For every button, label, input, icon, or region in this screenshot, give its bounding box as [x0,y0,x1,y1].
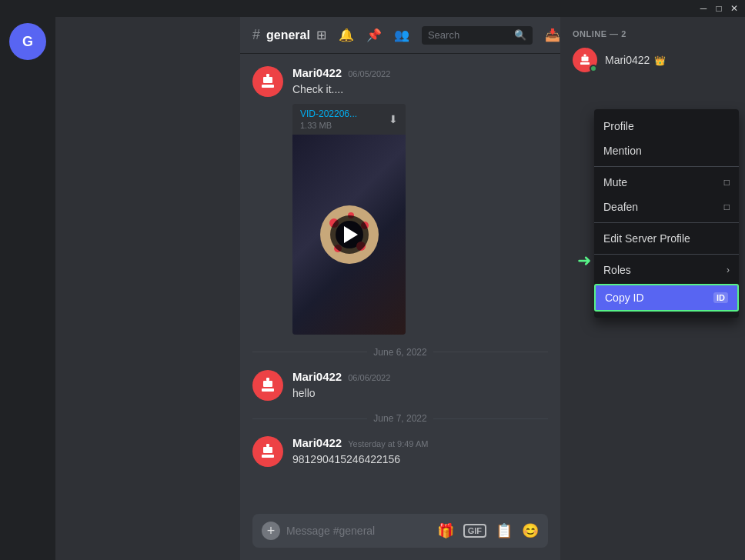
svg-rect-13 [263,447,272,453]
messages-area: Mari0422 06/05/2022 Check it.... VID-202… [240,54,560,514]
context-menu-copy-id[interactable]: Copy ID ID [594,284,739,312]
svg-rect-16 [582,57,589,62]
context-menu-separator [594,166,739,167]
message-author: Mari0422 [292,66,342,79]
copy-id-badge: ID [713,292,728,303]
member-section-title: ONLINE — 2 [566,29,739,38]
input-icons: 🎁 GIF 📋 😊 [437,522,539,539]
context-menu-separator [594,222,739,223]
date-divider-2: June 7, 2022 [252,413,548,424]
video-size: 1.33 MB [300,121,357,130]
context-menu-mute[interactable]: Mute □ [594,170,739,195]
add-attachment-button[interactable]: + [262,522,280,540]
message-text: hello [292,386,548,402]
divider-line [433,352,548,352]
app-layout: G # general ⊞ 🔔 📌 👥 Search 🔍 📥 ? [0,17,745,560]
message-group: Mari0422 06/06/2022 hello [252,370,548,402]
channel-header: # general ⊞ 🔔 📌 👥 Search 🔍 📥 ? [240,17,560,54]
checkbox-icon: □ [724,202,730,212]
checkbox-icon: □ [724,177,730,188]
channel-name: general [266,28,310,42]
date-divider-text: June 6, 2022 [373,347,426,358]
svg-rect-10 [263,381,272,387]
video-thumbnail[interactable] [292,135,406,335]
close-button[interactable]: ✕ [730,4,739,13]
message-timestamp: Yesterday at 9:49 AM [348,439,428,448]
message-input-field[interactable]: Message #general [286,525,431,537]
avatar [252,66,283,97]
message-timestamp: 06/06/2022 [348,373,390,382]
message-text: 981290415246422156 [292,452,548,468]
message-timestamp: 06/05/2022 [348,69,390,78]
main-content: # general ⊞ 🔔 📌 👥 Search 🔍 📥 ? [240,17,560,560]
video-header: VID-202206... 1.33 MB ⬇ [292,104,406,135]
channel-sidebar [55,17,240,560]
server-sidebar: G [0,17,55,560]
message-content: Mari0422 Yesterday at 9:49 AM 9812904152… [292,436,548,468]
server-icon[interactable]: G [9,23,46,60]
download-icon[interactable]: ⬇ [389,113,398,125]
online-status-dot [590,65,597,72]
search-placeholder: Search [428,29,459,41]
context-menu-mention[interactable]: Mention [594,138,739,163]
video-title[interactable]: VID-202206... [300,108,357,119]
message-group: Mari0422 06/05/2022 Check it.... VID-202… [252,66,548,335]
svg-rect-2 [266,74,269,77]
message-content: Mari0422 06/05/2022 Check it.... VID-202… [292,66,548,335]
date-divider-1: June 6, 2022 [252,347,548,358]
context-menu-edit-server-profile[interactable]: Edit Server Profile [594,226,739,251]
video-attachment: VID-202206... 1.33 MB ⬇ [292,104,406,335]
member-avatar [573,48,597,72]
members-icon[interactable]: 👥 [394,28,409,42]
header-icons: ⊞ 🔔 📌 👥 Search 🔍 📥 ? [316,26,560,45]
context-menu-separator [594,254,739,255]
message-text: Check it.... [292,82,548,98]
context-menu-roles[interactable]: Roles › [594,258,739,282]
divider-line [252,418,367,419]
context-menu: Profile Mention Mute □ Deafen □ Edit Ser… [594,109,739,318]
play-button[interactable] [330,215,369,254]
search-box[interactable]: Search 🔍 [422,26,533,45]
message-header: Mari0422 06/06/2022 [292,370,548,383]
arrow-indicator: ➜ [577,251,591,271]
svg-rect-17 [580,62,590,65]
message-header: Mari0422 06/05/2022 [292,66,548,79]
context-menu-profile[interactable]: Profile [594,114,739,138]
divider-line [252,352,367,352]
sticker-icon[interactable]: 📋 [496,522,513,539]
channel-hash-icon: # [252,27,260,43]
message-content: Mari0422 06/06/2022 hello [292,370,548,402]
message-group: Mari0422 Yesterday at 9:49 AM 9812904152… [252,436,548,468]
context-menu-deafen[interactable]: Deafen □ [594,195,739,219]
message-header: Mari0422 Yesterday at 9:49 AM [292,436,548,449]
search-icon: 🔍 [514,29,526,41]
message-author: Mari0422 [292,436,342,449]
pin-icon[interactable]: 📌 [366,28,382,42]
date-divider-text: June 7, 2022 [373,413,426,424]
title-bar: ─ □ ✕ [0,0,745,17]
divider-line [433,418,548,419]
member-item[interactable]: Mari0422 👑 [566,45,739,75]
avatar [252,370,283,401]
bell-icon[interactable]: 🔔 [339,28,354,42]
maximize-button[interactable]: □ [714,4,723,13]
svg-rect-11 [262,388,274,392]
avatar [252,436,283,467]
minimize-button[interactable]: ─ [699,4,708,13]
inbox-icon[interactable]: 📥 [545,28,560,42]
svg-rect-0 [263,77,272,83]
gif-button[interactable]: GIF [463,524,486,538]
message-input-area: + Message #general 🎁 GIF 📋 😊 [240,514,560,560]
svg-rect-14 [262,455,274,458]
hashtag-icon[interactable]: ⊞ [316,28,326,42]
submenu-arrow-icon: › [727,265,730,275]
svg-rect-12 [266,378,269,381]
svg-rect-18 [584,55,586,57]
svg-rect-1 [262,85,274,88]
member-name: Mari0422 👑 [605,54,666,66]
gift-icon[interactable]: 🎁 [437,522,454,539]
crown-icon: 👑 [654,55,666,66]
emoji-icon[interactable]: 😊 [522,522,539,539]
member-list: ONLINE — 2 Mari0422 👑 Profile Mention Mu… [560,17,745,560]
message-author: Mari0422 [292,370,342,383]
